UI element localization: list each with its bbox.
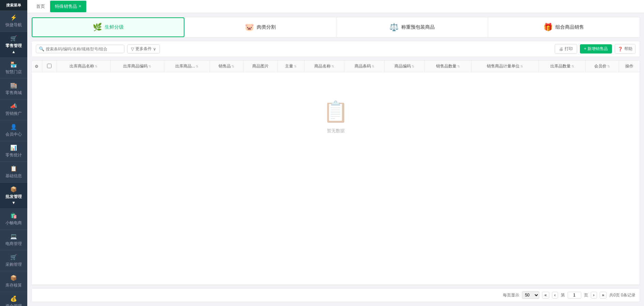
th-gear[interactable]: ⚙ [32,61,42,72]
sidebar-item-basic-info[interactable]: 📋 基础信息 [0,162,27,183]
sidebar-logo[interactable]: 搜索菜单 [0,0,27,11]
help-button[interactable]: ❓ 帮助 [615,44,635,54]
th-product-name[interactable]: 商品名称 ⇅ [304,61,344,72]
th-out-qty[interactable]: 出库品数量 ⇅ [539,61,586,72]
sidebar: 搜索菜单 ⚡ 快捷导航 🛒 零售管理 ▲ 🏪 智慧门店 🏬 零售商城 📣 营销推… [0,0,27,306]
pagination: 每页显示 50 10 20 100 « ‹ 第 页 › » 共0页 0条记录 [31,288,640,302]
sidebar-item-mini-ecommerce[interactable]: 🛍️ 小畅电商 [0,209,27,230]
sidebar-item-capital-mgmt[interactable]: 💰 资金管理 [0,292,27,306]
cat-label-weight-packaged: 称重预包装商品 [401,24,435,30]
sidebar-label-mini-ecommerce: 小畅电商 [5,220,22,226]
sidebar-label-quick-nav: 快捷导航 [5,22,22,28]
sidebar-item-retail-mgmt[interactable]: 🛒 零售管理 ▲ [0,32,27,58]
gear-icon[interactable]: ⚙ [35,64,39,69]
new-sales-button[interactable]: + 新增销售品 [580,44,612,53]
search-input[interactable] [46,47,121,51]
toolbar: 🔍 ▽ 更多条件 ∨ 🖨 打印 + 新增销售品 ❓ [31,41,640,57]
col-product-name: 商品名称 [314,63,331,69]
col-sale-qty: 销售品数量 [436,63,456,69]
select-all-checkbox[interactable] [47,64,51,68]
sidebar-label-ecommerce-mgmt: 电商管理 [5,241,22,247]
cat-tab-weight-packaged[interactable]: ⚖️ 称重预包装商品 [336,17,488,37]
sort-icon-5: ⇅ [294,64,297,68]
cat-tab-combo-sales[interactable]: 🎁 组合商品销售 [488,17,640,37]
first-page-button[interactable]: « [542,292,549,299]
filter-button[interactable]: ▽ 更多条件 ∨ [127,44,160,53]
col-product-barcode: 商品条码 [355,63,371,69]
toolbar-left: 🔍 ▽ 更多条件 ∨ [36,44,160,53]
sidebar-item-inventory[interactable]: 📦 库存核算 [0,271,27,292]
wholesale-icon: 📦 [10,186,17,193]
th-product-barcode[interactable]: 商品条码 ⇅ [344,61,385,72]
last-page-button[interactable]: » [600,292,607,299]
sidebar-item-smart-store[interactable]: 🏪 智慧门店 [0,58,27,79]
mall-icon: 🏬 [10,82,17,89]
th-member-price[interactable]: 会员价 ⇅ [586,61,619,72]
empty-text: 暂无数据 [327,128,345,134]
sidebar-label-member-center: 会员中心 [5,132,22,137]
sidebar-item-quick-nav[interactable]: ⚡ 快捷导航 [0,11,27,32]
next-page-button[interactable]: › [591,292,597,299]
th-main-unit[interactable]: 主量 ⇅ [278,61,304,72]
cat-label-fresh-grade: 生鲜分级 [105,24,124,30]
cat-tab-fresh-grade[interactable]: 🌿 生鲜分级 [32,17,184,37]
sidebar-label-capital-mgmt: 资金管理 [5,303,22,306]
print-button[interactable]: 🖨 打印 [555,44,577,54]
marketing-icon: 📣 [10,103,17,109]
search-box[interactable]: 🔍 [36,45,124,53]
th-sale-unit[interactable]: 销售商品计量单位 ⇅ [471,61,539,72]
tab-close-icon[interactable]: ✕ [78,4,81,9]
th-out-product-spec[interactable]: 出库商品... ⇅ [164,61,210,72]
per-page-select[interactable]: 50 10 20 100 [522,291,539,299]
col-out-product-spec: 出库商品... [175,63,195,69]
per-page-label: 每页显示 [503,292,519,298]
cat-label-meat-division: 肉类分割 [257,24,276,30]
sidebar-item-ecommerce-mgmt[interactable]: 💻 电商管理 [0,230,27,250]
meat-icon: 🐷 [245,23,254,32]
data-table: ⚙ 出库商品名称 ⇅ 出库商 [32,61,640,161]
page-number-input[interactable] [568,292,581,299]
col-product-image: 商品图片 [252,63,269,69]
tab-label-special-sales: 特殊销售品 [55,3,77,10]
chevron-down-icon: ▲ [12,49,16,54]
prev-page-button[interactable]: ‹ [552,292,558,299]
col-product-code: 商品编码 [394,63,411,69]
help-label: 帮助 [624,46,632,52]
col-member-price: 会员价 [594,63,606,69]
sidebar-label-basic-info: 基础信息 [5,173,22,179]
th-sale-qty[interactable]: 销售品数量 ⇅ [424,61,471,72]
tab-home[interactable]: 首页 [31,1,50,12]
th-product-code[interactable]: 商品编码 ⇅ [385,61,425,72]
th-checkbox[interactable] [42,61,57,72]
sidebar-item-purchase-mgmt[interactable]: 🛒 采购管理 [0,250,27,271]
cat-tab-meat-division[interactable]: 🐷 肉类分割 [184,17,336,37]
sidebar-label-marketing: 营销推广 [5,111,22,117]
lightning-icon: ⚡ [10,14,17,21]
tab-special-sales[interactable]: 特殊销售品 ✕ [50,1,87,12]
sidebar-item-member-center[interactable]: 👤 会员中心 [0,120,27,141]
sort-icon-9: ⇅ [457,64,460,68]
filter-icon: ▽ [131,47,134,51]
inventory-icon: 📦 [10,275,17,281]
sidebar-label-smart-store: 智慧门店 [5,69,22,75]
sort-icon-2: ⇅ [148,64,151,68]
col-sale-product: 销售品 [219,63,231,69]
page-label-suffix: 页 [584,292,588,298]
sort-icon-11: ⇅ [571,64,574,68]
th-product-image[interactable]: 商品图片 [243,61,278,72]
empty-icon: 📋 [323,100,348,124]
sidebar-item-wholesale-mgmt[interactable]: 📦 批发管理 ▼ [0,183,27,209]
sidebar-item-retail-stats[interactable]: 📊 零售统计 [0,141,27,162]
th-out-product-name[interactable]: 出库商品名称 ⇅ [57,61,110,72]
sort-icon: ⇅ [95,64,98,68]
empty-row: 📋 暂无数据 [32,72,640,162]
th-out-product-code[interactable]: 出库商品编码 ⇅ [110,61,164,72]
stats-icon: 📊 [10,144,17,151]
sidebar-item-retail-mall[interactable]: 🏬 零售商城 [0,79,27,100]
category-tabs: 🌿 生鲜分级 🐷 肉类分割 ⚖️ 称重预包装商品 🎁 组合商品销售 [31,17,640,37]
mini-ecommerce-icon: 🛍️ [10,212,17,219]
th-sale-product[interactable]: 销售品 ⇅ [210,61,243,72]
sidebar-item-marketing[interactable]: 📣 营销推广 [0,100,27,120]
col-out-qty: 出库品数量 [550,63,571,69]
sidebar-label-retail-mgmt: 零售管理 [5,43,22,49]
